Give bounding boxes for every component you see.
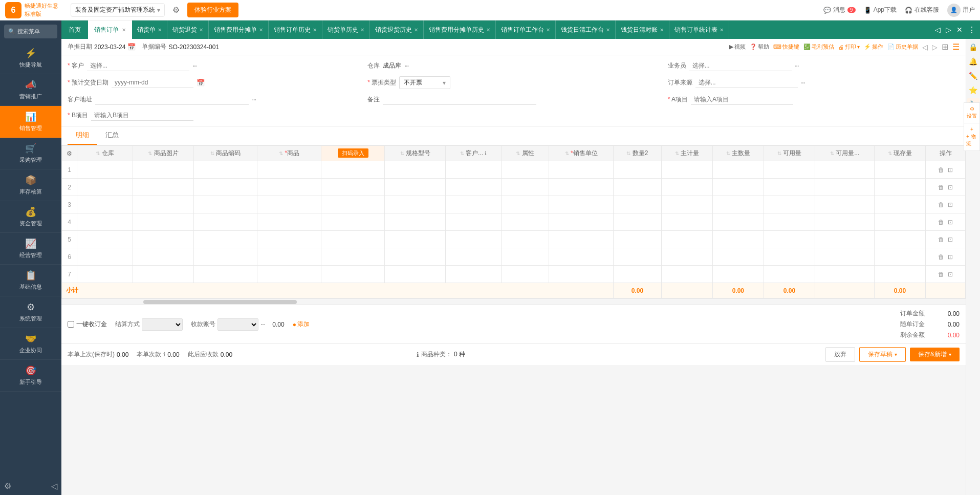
row-7-copy-btn[interactable]: ⊡ (948, 271, 953, 278)
save-new-button[interactable]: 保存&新增 ▾ (910, 348, 960, 361)
account-more[interactable]: ··· (260, 320, 264, 329)
address-more[interactable]: ··· (252, 95, 255, 104)
col-scan-header[interactable]: 扫码录入 (321, 146, 385, 161)
scan-btn[interactable]: 扫码录入 (338, 148, 368, 158)
row-4-copy-btn[interactable]: ⊡ (948, 219, 953, 226)
tab-order-history[interactable]: 销售订单历史 ✕ (269, 20, 322, 39)
amount-value[interactable]: 0.00 (272, 321, 284, 328)
row-1-customer-code[interactable] (446, 161, 501, 179)
right-panel-bell-btn[interactable]: 🔔 (967, 55, 979, 68)
row-1-product[interactable] (257, 161, 321, 179)
tab-sales-note[interactable]: 销货单 ✕ (132, 20, 167, 39)
tab-home[interactable]: 首页 (61, 20, 88, 39)
next-record-btn[interactable]: ▷ (932, 43, 938, 51)
sidebar-item-operations[interactable]: 📈 经营管理 (0, 233, 61, 265)
sidebar-item-marketing[interactable]: 📣 营销推广 (0, 74, 61, 106)
tab-close-note-hist[interactable]: ✕ (360, 27, 364, 33)
online-service-btn[interactable]: 🎧 在线客服 (905, 6, 939, 14)
auto-collect-input[interactable] (68, 321, 74, 328)
settings-bottom-icon[interactable]: ⚙ (4, 481, 11, 491)
warehouse-value[interactable]: 成品库 (383, 61, 401, 70)
tab-order-workbench[interactable]: 销售订单工作台 ✕ (496, 20, 556, 39)
row-2-delete-btn[interactable]: 🗑 (938, 184, 944, 191)
sidebar-item-shortcut[interactable]: ⚡ 快捷导航 (0, 42, 61, 74)
delivery-date-input[interactable] (112, 77, 193, 88)
scroll-thumb[interactable] (143, 300, 297, 304)
row-6-copy-btn[interactable]: ⊡ (948, 253, 953, 261)
staff-input[interactable] (689, 60, 792, 71)
row-1-code[interactable] (193, 161, 257, 179)
tab-close-sales[interactable]: ✕ (122, 27, 126, 33)
tab-expense-split[interactable]: 销售费用分摊单 ✕ (209, 20, 269, 39)
delivery-calendar-icon[interactable]: 📅 (197, 79, 205, 87)
right-panel-star-btn[interactable]: ⭐ (967, 84, 979, 96)
b-project-input[interactable] (91, 110, 193, 121)
tab-reconcile[interactable]: 钱货日清对账 ✕ (616, 20, 669, 39)
order-source-input[interactable] (695, 77, 798, 88)
order-no-value[interactable]: SO-20230324-001 (168, 44, 219, 51)
col-settings-header[interactable]: ⚙ (62, 146, 77, 161)
discard-button[interactable]: 放弃 (825, 347, 855, 362)
row-1-warehouse[interactable] (77, 161, 133, 179)
tab-close-return[interactable]: ✕ (199, 27, 203, 33)
tab-detail[interactable]: 明细 (68, 126, 97, 145)
row-1-main-unit[interactable] (661, 161, 712, 179)
list-view-btn[interactable]: ☰ (952, 42, 960, 52)
sidebar-item-basic-info[interactable]: 📋 基础信息 (0, 265, 61, 296)
settings-float-btn[interactable]: ⚙ 设置 (964, 102, 966, 123)
row-5-delete-btn[interactable]: 🗑 (938, 236, 944, 243)
sidebar-item-inventory[interactable]: 📦 库存核算 (0, 169, 61, 201)
note-input[interactable] (383, 94, 536, 105)
customer-more[interactable]: ··· (192, 61, 196, 71)
row-4-delete-btn[interactable]: 🗑 (938, 219, 944, 226)
table-scrollbar[interactable] (61, 298, 966, 305)
sidebar-search-btn[interactable]: 🔍 搜索菜单 (4, 25, 57, 38)
current-owe-info[interactable]: ℹ (163, 351, 165, 358)
tab-note-history[interactable]: 销货单历史 ✕ (322, 20, 370, 39)
tab-prev-arrow[interactable]: ◁ (933, 26, 943, 34)
address-input[interactable] (95, 94, 249, 105)
row-2-copy-btn[interactable]: ⊡ (948, 184, 953, 191)
prev-record-btn[interactable]: ◁ (922, 43, 928, 51)
tab-return[interactable]: 销货退货 ✕ (167, 20, 209, 39)
row-7-delete-btn[interactable]: 🗑 (938, 271, 944, 278)
tab-menu-icon[interactable]: ⋮ (966, 25, 978, 35)
row-1-unit[interactable] (549, 161, 614, 179)
tab-next-arrow[interactable]: ▷ (944, 26, 953, 34)
save-draft-button[interactable]: 保存草稿 ▾ (859, 347, 906, 362)
tab-stats[interactable]: 销售订单统计表 ✕ (669, 20, 729, 39)
auto-collect-checkbox[interactable]: 一键收订金 (68, 320, 107, 329)
tab-close-return-hist[interactable]: ✕ (414, 27, 418, 33)
tab-close-daily[interactable]: ✕ (606, 27, 610, 33)
warehouse-more[interactable]: ··· (404, 61, 408, 71)
tab-close-expense-hist[interactable]: ✕ (486, 27, 490, 33)
staff-more[interactable]: ··· (795, 61, 798, 71)
tab-close-order-hist[interactable]: ✕ (313, 27, 317, 33)
row-1-main-qty[interactable] (712, 161, 764, 179)
calendar-icon[interactable]: 📅 (127, 43, 136, 51)
sidebar-item-sales[interactable]: 📊 销售管理 (0, 106, 61, 138)
row-1-qty2[interactable] (614, 161, 661, 179)
print-btn[interactable]: 🖨 打印 ▾ (838, 43, 860, 51)
app-download-btn[interactable]: 📱 App下载 (864, 6, 897, 14)
invoice-select[interactable]: 不开票 ▾ (399, 76, 450, 89)
row-3-delete-btn[interactable]: 🗑 (938, 201, 944, 208)
row-3-copy-btn[interactable]: ⊡ (948, 201, 953, 208)
grid-view-btn[interactable]: ⊞ (942, 42, 948, 52)
tab-summary[interactable]: 汇总 (97, 126, 127, 145)
tab-close-workbench[interactable]: ✕ (546, 27, 550, 33)
sidebar-item-system[interactable]: ⚙ 系统管理 (0, 296, 61, 328)
row-5-copy-btn[interactable]: ⊡ (948, 236, 953, 243)
tab-close-all[interactable]: ✕ (954, 26, 965, 34)
sidebar-item-guide[interactable]: 🎯 新手引导 (0, 360, 61, 392)
account-select[interactable] (217, 318, 258, 331)
tab-close-reconcile[interactable]: ✕ (660, 27, 664, 33)
payment-method-select[interactable] (142, 318, 183, 331)
industry-btn[interactable]: 体验行业方案 (187, 3, 238, 17)
right-panel-lock-btn[interactable]: 🔒 (967, 41, 979, 53)
tab-close-stats[interactable]: ✕ (720, 27, 724, 33)
tab-sales-order[interactable]: 销售订单 ✕ (88, 20, 132, 39)
shortcut-btn[interactable]: ⌨ 快捷键 (773, 43, 799, 51)
sidebar-item-cooperation[interactable]: 🤝 企业协同 (0, 328, 61, 360)
add-btn[interactable]: ● 添加 (293, 320, 310, 329)
